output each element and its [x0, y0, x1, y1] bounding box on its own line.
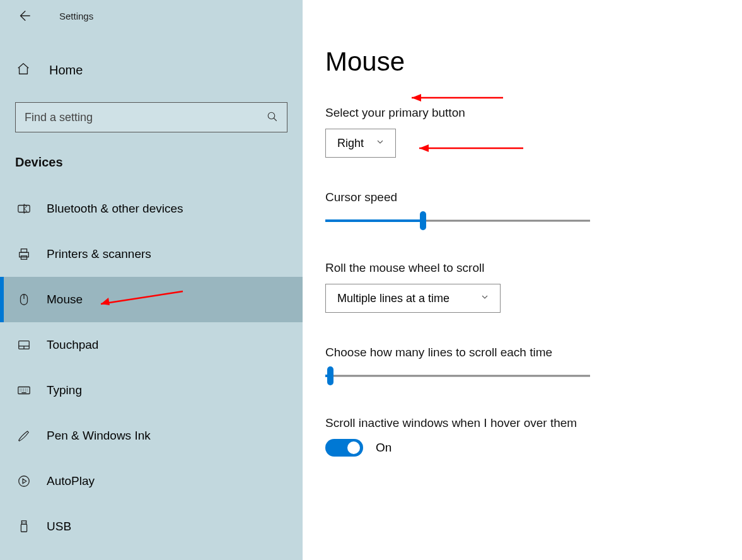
nav-item-printers[interactable]: Printers & scanners — [0, 231, 303, 277]
svg-marker-19 — [412, 94, 421, 102]
bluetooth-icon — [16, 201, 32, 216]
wheel-scroll-setting: Roll the mouse wheel to scroll Multiple … — [325, 261, 717, 313]
home-label: Home — [49, 63, 83, 78]
nav-item-pen[interactable]: Pen & Windows Ink — [0, 413, 303, 458]
main-content: Mouse Select your primary button Right C… — [303, 0, 742, 560]
svg-rect-12 — [21, 521, 26, 525]
nav-label: AutoPlay — [47, 474, 95, 488]
annotation-arrow-icon — [402, 88, 509, 107]
chevron-down-icon — [480, 292, 490, 305]
devices-section-header: Devices — [15, 155, 303, 170]
nav-item-mouse[interactable]: Mouse — [0, 277, 303, 322]
inactive-hover-state: On — [376, 441, 391, 455]
sidebar: Settings Home Devices Bluetooth & other … — [0, 0, 303, 560]
search-box[interactable] — [15, 102, 287, 132]
pen-icon — [16, 428, 32, 443]
primary-button-label: Select your primary button — [325, 106, 717, 120]
chevron-down-icon — [375, 137, 385, 150]
primary-button-value: Right — [337, 137, 364, 150]
nav-label: Pen & Windows Ink — [47, 429, 151, 443]
svg-rect-3 — [21, 249, 26, 253]
inactive-hover-toggle[interactable] — [325, 439, 363, 457]
search-icon — [267, 111, 278, 124]
search-input[interactable] — [25, 111, 267, 124]
nav-label: Typing — [47, 383, 82, 397]
keyboard-icon — [16, 383, 32, 398]
svg-point-0 — [268, 112, 275, 119]
home-nav[interactable]: Home — [0, 53, 303, 87]
wheel-scroll-label: Roll the mouse wheel to scroll — [325, 261, 717, 275]
page-title: Mouse — [325, 47, 717, 77]
lines-scroll-label: Choose how many lines to scroll each tim… — [325, 346, 717, 359]
cursor-speed-slider[interactable] — [325, 213, 590, 228]
app-title: Settings — [59, 11, 93, 21]
nav-item-touchpad[interactable]: Touchpad — [0, 322, 303, 368]
wheel-scroll-value: Multiple lines at a time — [337, 292, 449, 305]
inactive-hover-label: Scroll inactive windows when I hover ove… — [325, 416, 717, 430]
nav-item-typing[interactable]: Typing — [0, 368, 303, 413]
primary-button-dropdown[interactable]: Right — [325, 129, 396, 158]
nav-label: Touchpad — [47, 338, 98, 352]
autoplay-icon — [16, 474, 32, 489]
back-button[interactable] — [16, 8, 32, 23]
nav-item-autoplay[interactable]: AutoPlay — [0, 458, 303, 504]
inactive-hover-setting: Scroll inactive windows when I hover ove… — [325, 416, 717, 457]
cursor-speed-setting: Cursor speed — [325, 190, 717, 228]
svg-point-11 — [19, 476, 30, 487]
home-icon — [16, 62, 30, 79]
lines-scroll-setting: Choose how many lines to scroll each tim… — [325, 346, 717, 383]
mouse-icon — [16, 292, 32, 307]
nav-label: USB — [47, 520, 71, 534]
svg-rect-13 — [21, 524, 26, 532]
touchpad-icon — [16, 337, 32, 353]
printer-icon — [16, 247, 32, 262]
nav-item-usb[interactable]: USB — [0, 504, 303, 549]
primary-button-setting: Select your primary button Right — [325, 106, 717, 158]
nav-item-bluetooth[interactable]: Bluetooth & other devices — [0, 186, 303, 231]
nav-list: Bluetooth & other devices Printers & sca… — [0, 186, 303, 549]
nav-label: Bluetooth & other devices — [47, 202, 183, 216]
wheel-scroll-dropdown[interactable]: Multiple lines at a time — [325, 284, 501, 313]
nav-label: Printers & scanners — [47, 247, 151, 261]
usb-icon — [16, 519, 32, 534]
svg-rect-4 — [21, 256, 26, 260]
lines-scroll-slider[interactable] — [325, 368, 590, 383]
nav-label: Mouse — [47, 293, 83, 306]
cursor-speed-label: Cursor speed — [325, 190, 717, 204]
